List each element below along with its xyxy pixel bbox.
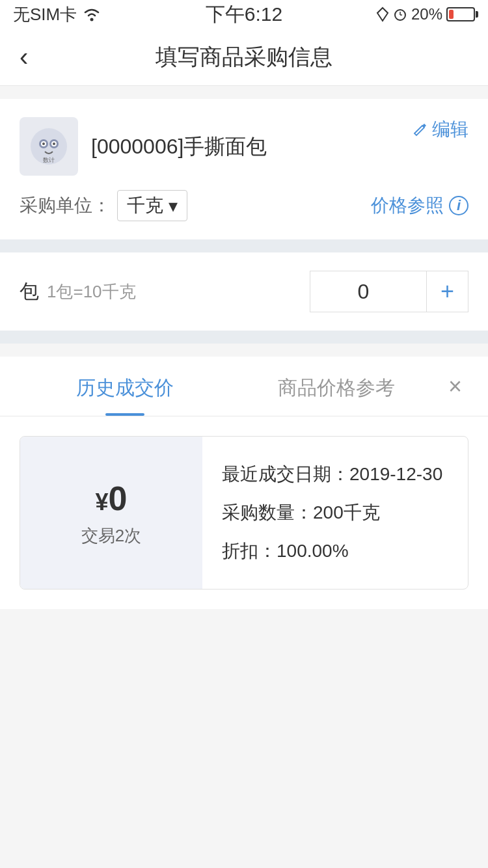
alarm-icon: [393, 7, 407, 21]
tab-history[interactable]: 历史成交价: [20, 357, 230, 416]
status-right: 20%: [376, 5, 475, 23]
svg-point-0: [90, 18, 94, 21]
battery-pct: 20%: [411, 5, 442, 23]
status-bar: 无SIM卡 下午6:12 20%: [0, 0, 488, 29]
back-button[interactable]: ‹: [20, 42, 28, 72]
location-icon: [376, 7, 389, 22]
unit-conversion: 1包=10千克: [47, 280, 136, 303]
discount-row: 折扣：100.00%: [222, 537, 448, 566]
product-logo: 数计: [20, 117, 78, 176]
edit-icon: [413, 122, 428, 137]
price-panel: ¥0 交易2次: [20, 437, 202, 589]
carrier-text: 无SIM卡: [13, 3, 77, 26]
unit-label: 采购单位：: [20, 193, 111, 218]
history-content: ¥0 交易2次 最近成交日期：2019-12-30 采购数量：200千克 折扣：…: [0, 416, 488, 609]
quantity-plus-button[interactable]: +: [427, 271, 468, 312]
svg-text:数计: 数计: [43, 157, 55, 163]
trade-count: 交易2次: [81, 524, 141, 547]
quantity-row: 包 1包=10千克 +: [0, 252, 488, 331]
unit-name: 包: [20, 278, 39, 305]
divider2: [0, 331, 488, 344]
product-name: [0000006]手撕面包: [91, 132, 267, 161]
tab-reference[interactable]: 商品价格参考: [230, 357, 441, 416]
status-left: 无SIM卡: [13, 3, 102, 26]
battery-icon: [446, 7, 475, 21]
product-logo-icon: 数计: [29, 127, 68, 166]
product-info-left: 数计 [0000006]手撕面包: [20, 117, 267, 176]
wifi-icon: [82, 7, 102, 21]
price-display: ¥0: [96, 479, 128, 518]
info-icon: i: [449, 196, 468, 215]
recent-date-row: 最近成交日期：2019-12-30: [222, 460, 448, 489]
tab-close-button[interactable]: ×: [442, 366, 468, 407]
divider: [0, 239, 488, 252]
status-time: 下午6:12: [206, 1, 282, 28]
nav-bar: ‹ 填写商品采购信息: [0, 29, 488, 86]
svg-point-9: [42, 142, 45, 145]
quantity-unit-info: 包 1包=10千克: [20, 278, 136, 305]
product-card: 数计 [0000006]手撕面包 编辑 采购单位： 千克 ▾ 价格参照 i: [0, 99, 488, 239]
tab-section: 历史成交价 商品价格参考 × ¥0 交易2次 最近成交日期：2019-12-30…: [0, 357, 488, 609]
unit-dropdown[interactable]: 千克 ▾: [117, 190, 187, 221]
svg-point-10: [53, 142, 55, 145]
product-unit-row: 采购单位： 千克 ▾ 价格参照 i: [20, 190, 468, 221]
history-card: ¥0 交易2次 最近成交日期：2019-12-30 采购数量：200千克 折扣：…: [20, 436, 468, 590]
quantity-input[interactable]: [310, 271, 427, 312]
product-header: 数计 [0000006]手撕面包 编辑: [20, 117, 468, 176]
detail-panel: 最近成交日期：2019-12-30 采购数量：200千克 折扣：100.00%: [202, 437, 468, 589]
purchase-qty-row: 采购数量：200千克: [222, 498, 448, 528]
quantity-control: +: [310, 271, 468, 312]
tab-header: 历史成交价 商品价格参考 ×: [0, 357, 488, 416]
edit-button[interactable]: 编辑: [413, 117, 468, 142]
page-title: 填写商品采购信息: [156, 42, 332, 72]
price-reference-button[interactable]: 价格参照 i: [371, 193, 468, 218]
